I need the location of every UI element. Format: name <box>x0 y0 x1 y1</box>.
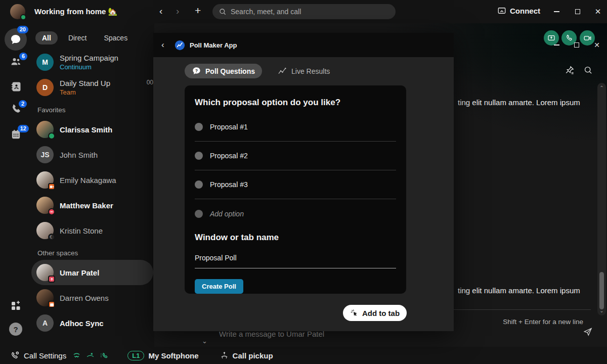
calls-badge: 2 <box>19 100 27 108</box>
newline-hint: Shift + Enter for a new line <box>503 318 583 326</box>
create-poll-button[interactable]: Create Poll <box>195 279 243 294</box>
poll-option-row[interactable]: Proposal #2 <box>195 142 396 170</box>
contact-name: Emily Nakagawa <box>60 176 154 185</box>
connect-cast-icon <box>497 6 506 15</box>
nav-forward-button[interactable]: › <box>176 5 179 17</box>
add-option-row[interactable]: Add option <box>195 199 396 229</box>
message-text: ting elit nullam amarte. Lorem ipsum <box>458 286 580 295</box>
list-item-adhoc-sync[interactable]: A Adhoc Sync <box>31 310 154 336</box>
modal-header: ‹ Poll Maker App ✕ <box>153 33 454 57</box>
minimize-icon <box>554 44 559 46</box>
sharing-status-icon <box>48 276 55 283</box>
rail-messaging-button[interactable]: 20 <box>0 28 31 51</box>
self-avatar[interactable] <box>10 4 25 19</box>
contact-name: John Smith <box>60 151 154 159</box>
rail-help-button[interactable]: ? <box>0 323 31 336</box>
list-item-clarissa-smith[interactable]: Clarissa Smith <box>31 117 154 142</box>
maximize-icon <box>575 9 580 14</box>
avatar <box>36 171 54 189</box>
connect-button[interactable]: Connect <box>497 6 540 15</box>
radio-icon[interactable] <box>195 180 203 189</box>
list-item-daily-stand-up[interactable]: D Daily Stand Up Team 00 <box>31 75 154 100</box>
cursor-click-icon <box>350 309 359 317</box>
radio-icon[interactable] <box>195 123 203 131</box>
chat-scrollbar[interactable]: ⌃ ⌄ <box>597 83 606 315</box>
scroll-up-icon[interactable]: ⌃ <box>597 85 606 90</box>
call-park-icon[interactable] <box>100 351 108 360</box>
modal-tabs: ? Poll Questions Live Results <box>185 64 337 78</box>
svg-text:?: ? <box>195 68 198 73</box>
maximize-icon <box>574 42 579 48</box>
line-badge: L1 <box>127 351 144 360</box>
rail-calling-button[interactable]: 2 <box>0 103 31 115</box>
tab-direct[interactable]: Direct <box>62 31 94 44</box>
modal-maximize-button[interactable] <box>567 33 587 57</box>
tab-name-input[interactable] <box>195 254 396 268</box>
scrollbar-thumb[interactable] <box>599 272 604 309</box>
window-minimize-button[interactable] <box>546 0 567 23</box>
radio-icon <box>195 210 203 218</box>
search-input[interactable]: Search, meet, and call <box>212 4 396 19</box>
rail-apps-button[interactable] <box>0 299 31 311</box>
message-text: ting elit nullam amarte. Lorem ipsum <box>458 98 580 107</box>
call-pickup-icon <box>220 351 229 360</box>
space-title: Adhoc Sync <box>60 319 154 328</box>
call-settings-button[interactable]: Call Settings <box>10 351 66 360</box>
window-maximize-button[interactable] <box>568 0 588 23</box>
tab-live-results[interactable]: Live Results <box>270 64 337 78</box>
dnd-status-icon <box>48 208 55 215</box>
tab-spaces[interactable]: Spaces <box>97 31 134 44</box>
list-item-emily-nakagawa[interactable]: Emily Nakagawa <box>31 167 154 193</box>
softphone-selector[interactable]: L1 My Softphone <box>127 351 198 360</box>
contact-name: Matthew Baker <box>60 201 154 210</box>
search-icon <box>219 8 227 16</box>
contact-name: Darren Owens <box>60 294 154 302</box>
window-close-button[interactable]: ✕ <box>588 0 607 23</box>
section-other-spaces: Other spaces <box>31 243 154 260</box>
avatar: JS <box>36 146 54 163</box>
call-pickup-button[interactable]: Call pickup <box>220 351 273 360</box>
nav-back-button[interactable]: ‹ <box>159 5 162 17</box>
space-title: Spring Campaign <box>60 54 118 62</box>
modal-close-button[interactable]: ✕ <box>587 33 607 57</box>
minimize-icon <box>554 11 559 12</box>
add-to-tab-button[interactable]: Add to tab <box>343 305 407 321</box>
rail-contacts-button[interactable] <box>0 81 31 93</box>
list-item-spring-campaign[interactable]: M Spring Campaign Continuum <box>31 50 154 75</box>
self-status-text[interactable]: Working from home 🏡 <box>34 7 117 16</box>
tab-all[interactable]: All <box>35 31 58 44</box>
call-forward-icon[interactable] <box>72 351 81 360</box>
new-action-button[interactable]: + <box>195 5 201 17</box>
section-favorites: Favorites <box>31 100 154 117</box>
list-item-john-smith[interactable]: JS John Smith <box>31 142 154 167</box>
call-decline-icon[interactable] <box>86 351 95 360</box>
avatar: D <box>36 79 54 96</box>
modal-minimize-button[interactable] <box>546 33 567 57</box>
list-item-umar-patel[interactable]: Umar Patel <box>31 260 153 285</box>
space-team: Continuum <box>60 63 118 71</box>
chat-bubble-icon <box>10 33 22 46</box>
list-item-darren-owens[interactable]: Darren Owens <box>31 285 154 310</box>
chevron-down-icon[interactable]: ⌄ <box>202 337 207 345</box>
rail-teams-button[interactable]: 6 <box>0 56 31 68</box>
available-status-icon <box>20 14 26 20</box>
poll-option-row[interactable]: Proposal #3 <box>195 170 396 199</box>
radio-icon[interactable] <box>195 152 203 160</box>
rail-meetings-button[interactable]: 12 <box>0 128 31 140</box>
list-item-matthew-baker[interactable]: Matthew Baker <box>31 193 154 218</box>
scroll-down-icon[interactable]: ⌄ <box>597 308 606 313</box>
pinned-messages-icon[interactable] <box>565 65 575 75</box>
poll-option-row[interactable]: Proposal #1 <box>195 113 396 142</box>
webex-app-window: Working from home 🏡 ‹ › + Search, meet, … <box>0 0 607 364</box>
modal-back-button[interactable]: ‹ <box>161 40 170 50</box>
space-team: Team <box>60 88 110 96</box>
send-message-icon[interactable] <box>583 327 593 337</box>
tab-poll-questions[interactable]: ? Poll Questions <box>185 64 262 78</box>
modal-title: Poll Maker App <box>190 41 237 49</box>
list-item-kristin-stone[interactable]: ☾ Kristin Stone <box>31 218 154 243</box>
poll-maker-app-icon <box>175 40 185 51</box>
avatar: A <box>36 314 54 332</box>
close-icon: ✕ <box>594 41 600 49</box>
search-placeholder: Search, meet, and call <box>231 8 301 16</box>
space-search-icon[interactable] <box>583 65 593 75</box>
